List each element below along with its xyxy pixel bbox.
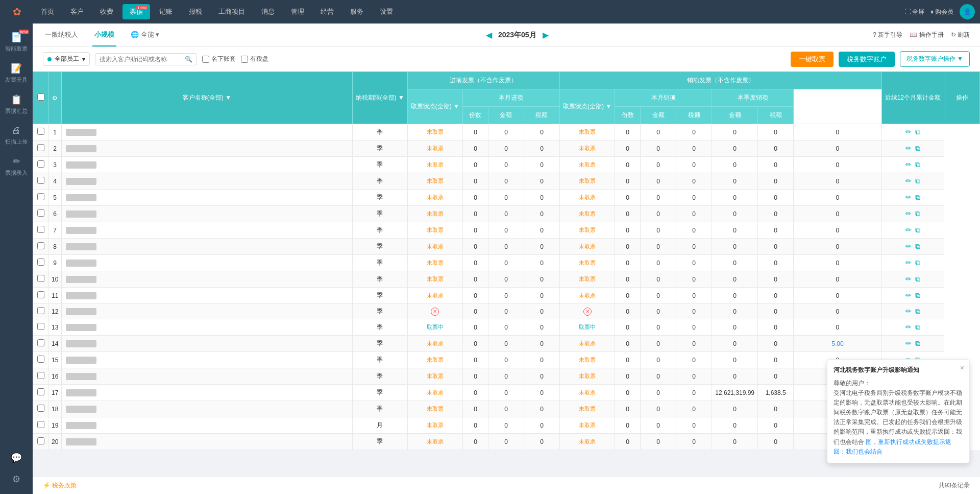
search-icon[interactable]: 🔍: [185, 56, 192, 63]
select-all-checkbox[interactable]: [37, 93, 44, 101]
nav-ticket[interactable]: 票据new: [122, 4, 150, 19]
copy-icon[interactable]: ⧉: [914, 258, 921, 267]
row-checkbox[interactable]: [37, 144, 44, 151]
notification-close-btn[interactable]: ×: [960, 364, 964, 372]
sidebar-item-ticket-summary[interactable]: 📋 票据汇总: [2, 90, 31, 119]
period-next-btn[interactable]: ▶: [543, 30, 549, 40]
td-checkbox[interactable]: [33, 385, 48, 401]
td-checkbox[interactable]: [33, 190, 48, 206]
edit-icon[interactable]: ✏: [904, 275, 913, 283]
th-settings-icon[interactable]: ⚙: [48, 72, 62, 124]
copy-icon[interactable]: ⧉: [914, 339, 921, 347]
tax-policy-link[interactable]: ⚡ 税务政策: [43, 481, 77, 490]
td-checkbox[interactable]: [33, 140, 48, 157]
td-checkbox[interactable]: [33, 368, 48, 385]
td-checkbox[interactable]: [33, 206, 48, 222]
search-input[interactable]: [100, 56, 185, 63]
row-checkbox[interactable]: [37, 291, 44, 298]
subledger-checkbox[interactable]: [202, 56, 209, 63]
edit-icon[interactable]: ✏: [904, 226, 913, 234]
checkbox-subledger[interactable]: 名下账套: [202, 55, 236, 63]
search-box[interactable]: 🔍: [95, 53, 197, 65]
manual-btn[interactable]: 📖 操作手册: [910, 31, 943, 39]
nav-home[interactable]: 首页: [34, 4, 61, 19]
copy-icon[interactable]: ⧉: [914, 144, 921, 152]
row-checkbox[interactable]: [37, 209, 44, 217]
copy-icon[interactable]: ⧉: [914, 209, 921, 218]
nav-business[interactable]: 工商项目: [211, 4, 252, 19]
edit-icon[interactable]: ✏: [904, 128, 913, 136]
row-checkbox[interactable]: [37, 437, 44, 444]
copy-icon[interactable]: ⧉: [914, 160, 921, 169]
tax-digital-account-btn[interactable]: 税务数字账户: [839, 52, 895, 67]
row-checkbox[interactable]: [37, 160, 44, 168]
edit-icon[interactable]: ✏: [904, 177, 913, 185]
nav-service[interactable]: 服务: [343, 4, 371, 19]
row-checkbox[interactable]: [37, 339, 44, 346]
row-checkbox[interactable]: [37, 275, 44, 282]
td-checkbox[interactable]: [33, 271, 48, 288]
nav-fee[interactable]: 收费: [93, 4, 120, 19]
sidebar-item-message[interactable]: 💬: [2, 448, 31, 467]
edit-icon[interactable]: ✏: [904, 258, 913, 267]
row-checkbox[interactable]: [37, 421, 44, 428]
row-checkbox[interactable]: [37, 323, 44, 330]
copy-icon[interactable]: ⧉: [914, 226, 921, 234]
td-checkbox[interactable]: [33, 255, 48, 271]
new-guide-btn[interactable]: ? 新手引导: [873, 31, 902, 39]
edit-icon[interactable]: ✏: [904, 144, 913, 152]
td-checkbox[interactable]: [33, 319, 48, 336]
td-checkbox[interactable]: [33, 352, 48, 368]
nav-settings[interactable]: 设置: [373, 4, 400, 19]
row-checkbox[interactable]: [37, 258, 44, 266]
edit-icon[interactable]: ✏: [904, 242, 913, 250]
user-avatar[interactable]: 👤: [960, 4, 975, 19]
edit-icon[interactable]: ✏: [904, 323, 913, 331]
tab-all[interactable]: 🌐 全能 ▾: [129, 24, 161, 46]
row-checkbox[interactable]: [37, 193, 44, 200]
td-checkbox[interactable]: [33, 288, 48, 304]
sidebar-item-scan-upload[interactable]: 🖨 扫描上传: [2, 121, 31, 150]
edit-icon[interactable]: ✏: [904, 209, 913, 218]
copy-icon[interactable]: ⧉: [914, 291, 921, 299]
copy-icon[interactable]: ⧉: [914, 275, 921, 283]
sidebar-item-settings[interactable]: ⚙: [2, 469, 31, 489]
edit-icon[interactable]: ✏: [904, 307, 913, 315]
copy-icon[interactable]: ⧉: [914, 323, 921, 331]
sidebar-item-smart-ticket[interactable]: 📄 智能取票 new: [2, 28, 31, 57]
copy-icon[interactable]: ⧉: [914, 242, 921, 250]
td-checkbox[interactable]: [33, 222, 48, 239]
tax-digital-account-op-btn[interactable]: 税务数字账户操作 ▼: [900, 51, 970, 67]
row-checkbox[interactable]: [37, 242, 44, 249]
edit-icon[interactable]: ✏: [904, 160, 913, 169]
td-checkbox[interactable]: [33, 434, 48, 450]
tab-small-scale[interactable]: 小规模: [92, 24, 116, 46]
row-checkbox[interactable]: [37, 356, 44, 363]
period-prev-btn[interactable]: ◀: [486, 30, 492, 40]
td-checkbox[interactable]: [33, 157, 48, 173]
row-checkbox[interactable]: [37, 226, 44, 233]
row-checkbox[interactable]: [37, 372, 44, 379]
nav-message[interactable]: 消息: [254, 4, 282, 19]
copy-icon[interactable]: ⧉: [914, 128, 921, 136]
nav-tax[interactable]: 报税: [182, 4, 209, 19]
notification-link[interactable]: 图，重新执行成功或失败提示返回：我们也会结合: [834, 438, 951, 455]
copy-icon[interactable]: ⧉: [914, 177, 921, 185]
edit-icon[interactable]: ✏: [904, 291, 913, 299]
one-click-ticket-btn[interactable]: 一键取票: [791, 52, 834, 67]
member-btn[interactable]: ♦ 购会员: [930, 8, 953, 16]
row-checkbox[interactable]: [37, 307, 44, 314]
row-checkbox[interactable]: [37, 388, 44, 395]
sidebar-item-invoice-open[interactable]: 📝 发票开具: [2, 59, 31, 88]
td-checkbox[interactable]: [33, 336, 48, 352]
row-checkbox[interactable]: [37, 405, 44, 412]
td-checkbox[interactable]: [33, 417, 48, 434]
td-checkbox[interactable]: [33, 124, 48, 140]
employee-select[interactable]: 全部员工 ▾: [43, 52, 90, 66]
refresh-btn[interactable]: ↻ 刷新: [951, 31, 970, 39]
td-checkbox[interactable]: [33, 304, 48, 319]
row-checkbox[interactable]: [37, 177, 44, 184]
th-checkbox-all[interactable]: [33, 72, 48, 124]
nav-client[interactable]: 客户: [63, 4, 91, 19]
fullscreen-btn[interactable]: ⛶ 全屏: [904, 8, 924, 16]
